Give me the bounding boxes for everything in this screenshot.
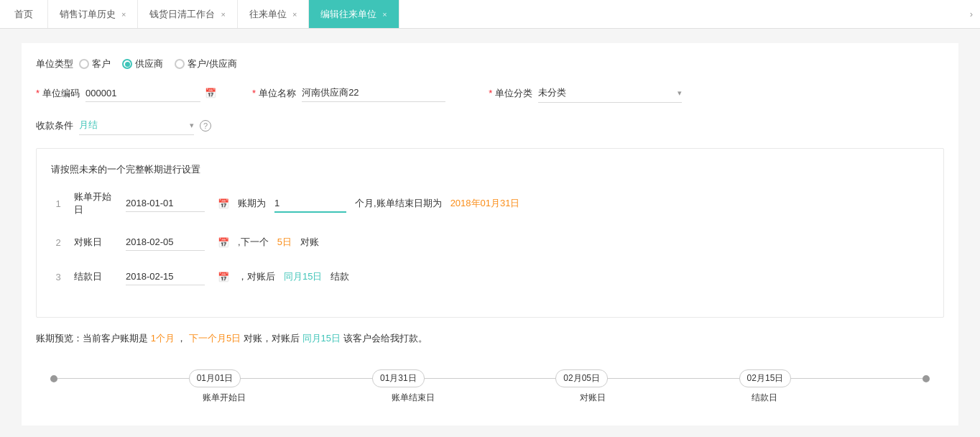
unit-code-icon[interactable]: 📅: [205, 88, 216, 98]
classify-chevron-down-icon: ▾: [678, 88, 682, 98]
radio-supplier-circle: [122, 59, 132, 69]
payment-terms-row: 收款条件 月结 ▾ ?: [22, 116, 958, 135]
period-field-label-3: 结款日: [74, 270, 117, 283]
tab-home[interactable]: 首页: [0, 0, 48, 28]
period-reconcile-calendar-icon[interactable]: 📅: [218, 237, 229, 248]
timeline-badge-4: 02月15日: [739, 369, 792, 387]
period-num-3: 3: [51, 272, 65, 282]
preview-part3: 同月15日: [302, 333, 341, 344]
radio-supplier-label: 供应商: [135, 58, 163, 70]
period-row3-highlight: 同月15日: [284, 270, 322, 283]
timeline-label-4: 结款日: [752, 392, 777, 404]
timeline-container: 01月01日 01月31日 02月05日: [36, 362, 944, 411]
period-row3-desc-prefix: ，对账后: [238, 270, 275, 283]
period-num-2: 2: [51, 237, 65, 248]
timeline-label-2: 账单结束日: [392, 392, 435, 404]
timeline-badge-1: 01月01日: [189, 369, 241, 387]
period-payment-date-input[interactable]: [126, 268, 205, 285]
unit-name-label: 单位名称: [259, 87, 296, 100]
preview-text: 账期预览：当前客户账期是 1个月 ， 下一个月5日 对账，对账后 同月15日 该…: [36, 332, 944, 345]
tab-home-label: 首页: [14, 8, 33, 21]
radio-both-label: 客户/供应商: [188, 58, 237, 70]
preview-suffix: 该客户会给我打款。: [343, 333, 427, 344]
tab-cash-work[interactable]: 钱货日清工作台 ×: [138, 0, 237, 28]
timeline-node-4: 02月15日: [739, 369, 792, 387]
timeline-start-circle: [50, 375, 57, 382]
unit-code-input[interactable]: 000001: [85, 85, 200, 102]
unit-type-label: 单位类型: [36, 58, 73, 70]
radio-customer-circle: [79, 59, 89, 69]
timeline-label-1: 账单开始日: [203, 392, 246, 404]
period-row1-desc-prefix: 账期为: [238, 197, 266, 210]
unit-classify-value: 未分类: [538, 86, 678, 99]
period-row-1: 1 账单开始日 📅 账期为 个月,账单结束日期为 2018年01月31日: [51, 190, 929, 216]
preview-mid1: ，: [177, 333, 186, 344]
period-box-title: 请按照未来的一个完整帐期进行设置: [51, 163, 929, 176]
main-content: 单位类型 客户 供应商 客户/供应商 * 单位编码 000001: [0, 29, 980, 437]
period-row3-desc-suffix: 结款: [330, 270, 349, 283]
timeline-label-placeholder-start: [50, 392, 57, 404]
tab-expand-btn[interactable]: ›: [963, 9, 980, 19]
timeline-node-3: 02月05日: [555, 369, 608, 387]
tab-partner-close[interactable]: ×: [292, 10, 297, 19]
period-row2-highlight: 5日: [277, 236, 292, 249]
timeline-node-1: 01月01日: [189, 369, 241, 387]
unit-type-row: 单位类型 客户 供应商 客户/供应商: [22, 58, 958, 70]
period-row-2: 2 对账日 📅 ,下一个 5日 对账: [51, 234, 929, 251]
preview-part2: 下一个月5日: [189, 333, 241, 344]
period-start-calendar-icon[interactable]: 📅: [218, 198, 229, 209]
radio-both[interactable]: 客户/供应商: [175, 58, 237, 70]
timeline-end-dot: [923, 375, 930, 382]
timeline-label-3: 对账日: [580, 392, 606, 404]
code-required-star: *: [36, 88, 40, 98]
tab-edit-partner-close[interactable]: ×: [382, 10, 387, 19]
radio-customer[interactable]: 客户: [79, 58, 111, 70]
period-payment-calendar-icon[interactable]: 📅: [218, 272, 229, 282]
tab-sales-close[interactable]: ×: [121, 10, 126, 19]
period-end-date-highlight: 2018年01月31日: [450, 197, 520, 210]
tab-cash-close[interactable]: ×: [221, 10, 225, 19]
radio-supplier[interactable]: 供应商: [122, 58, 163, 70]
tab-partner-label: 往来单位: [249, 8, 287, 21]
tab-bar: 首页 销售订单历史 × 钱货日清工作台 × 往来单位 × 编辑往来单位 × ›: [0, 0, 980, 29]
period-reconcile-date-input[interactable]: [126, 234, 205, 251]
preview-mid2: 对账，对账后: [244, 333, 300, 344]
tab-edit-partner-unit[interactable]: 编辑往来单位 ×: [309, 0, 399, 28]
payment-help-icon[interactable]: ?: [200, 120, 211, 132]
timeline-end-circle: [923, 375, 930, 382]
period-start-date-input[interactable]: [126, 195, 205, 212]
unit-code-label: 单位编码: [42, 87, 80, 100]
timeline-nodes: 01月01日 01月31日 02月05日: [50, 369, 930, 387]
preview-prefix: 账期预览：当前客户账期是: [36, 333, 148, 344]
form-section: 单位类型 客户 供应商 客户/供应商 * 单位编码 000001: [22, 43, 958, 426]
preview-part1: 1个月: [151, 333, 175, 344]
classify-required-star: *: [489, 88, 492, 98]
radio-both-circle: [175, 59, 185, 69]
timeline-labels: 账单开始日 账单结束日 对账日 结款日: [50, 387, 930, 404]
unit-classify-label: 单位分类: [495, 87, 532, 100]
payment-terms-dropdown[interactable]: 月结 ▾: [79, 116, 194, 135]
tab-sales-order-history[interactable]: 销售订单历史 ×: [48, 0, 138, 28]
unit-type-radio-group: 客户 供应商 客户/供应商: [79, 58, 237, 70]
period-row-3: 3 结款日 📅 ，对账后 同月15日 结款: [51, 268, 929, 285]
period-field-label-1: 账单开始日: [74, 190, 117, 216]
unit-name-input[interactable]: 河南供应商22: [302, 85, 445, 102]
timeline-label-placeholder-end: [923, 392, 930, 404]
period-months-input[interactable]: [274, 195, 346, 213]
period-box: 请按照未来的一个完整帐期进行设置 1 账单开始日 📅 账期为 个月,账单结束日期…: [36, 148, 944, 318]
tab-edit-partner-label: 编辑往来单位: [320, 8, 376, 21]
timeline-badge-3: 02月05日: [555, 369, 608, 387]
radio-customer-label: 客户: [92, 58, 111, 70]
tab-partner-unit[interactable]: 往来单位 ×: [238, 0, 309, 28]
timeline-node-2: 01月31日: [372, 369, 425, 387]
period-row2-desc-prefix: ,下一个: [238, 236, 269, 249]
period-row1-desc-suffix: 个月,账单结束日期为: [355, 197, 442, 210]
payment-terms-label: 收款条件: [36, 119, 73, 132]
tab-sales-label: 销售订单历史: [60, 8, 116, 21]
period-num-1: 1: [51, 198, 65, 209]
unit-classify-dropdown[interactable]: 未分类 ▾: [538, 83, 682, 103]
period-field-label-2: 对账日: [74, 236, 117, 249]
name-required-star: *: [252, 88, 256, 98]
tab-cash-label: 钱货日清工作台: [149, 8, 215, 21]
preview-section: 账期预览：当前客户账期是 1个月 ， 下一个月5日 对账，对账后 同月15日 该…: [22, 332, 958, 426]
